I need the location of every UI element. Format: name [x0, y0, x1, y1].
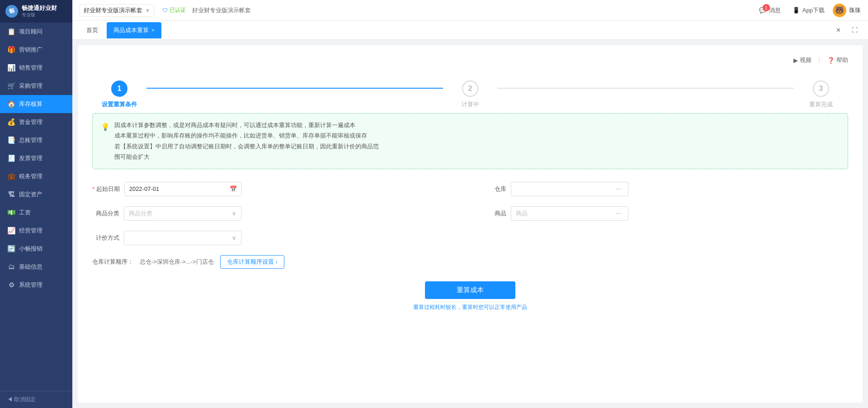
sidebar-item-tax[interactable]: 💼 税务管理: [0, 167, 72, 185]
sidebar-item-label: 采购管理: [19, 82, 42, 90]
step-2-circle: 2: [462, 81, 478, 97]
sidebar-item-label: 小畅报销: [19, 245, 42, 253]
app-download-btn[interactable]: 📱 App下载: [789, 5, 828, 16]
sidebar-item-invoice[interactable]: 🧾 发票管理: [0, 149, 72, 167]
sidebar-unpin-btn[interactable]: ◀ 取消固定: [0, 391, 72, 408]
notice-content: 因成本计算参数调整，或是对商品成本有疑问时，可以通过成本重算功能，重新计算一遍成…: [114, 120, 379, 162]
sidebar-item-assets[interactable]: 🏗 固定资产: [0, 185, 72, 204]
content-area: ▶ 视频 | ❓ 帮助 1 设置重算条件 2 计算中: [78, 45, 863, 403]
user-name: 珠珠: [849, 6, 861, 14]
steps-wrapper: 1 设置重算条件 2 计算中 3 重算完成: [92, 71, 848, 113]
pricing-select[interactable]: ∨: [124, 231, 241, 245]
start-date-field: 起始日期 2022-07-01 📅: [92, 182, 461, 196]
warehouse-order-value: 总仓->深圳仓库->...->门店仓: [140, 258, 214, 266]
start-date-input[interactable]: 2022-07-01 📅: [124, 182, 242, 196]
sidebar-item-label: 经营管理: [19, 227, 42, 235]
verified-text: 已认证: [170, 6, 186, 14]
message-label: 消息: [769, 6, 781, 14]
expand-btn[interactable]: ⛶: [848, 24, 861, 37]
sidebar: 畅 畅捷通好业财 专业版 📋 项目顾问 🎁 营销推广 📊 销售管理 🛒 采购管理…: [0, 0, 72, 408]
goods-dots-icon[interactable]: ···: [614, 209, 623, 218]
sidebar-item-label: 基础信息: [19, 263, 42, 271]
sidebar-item-label: 税务管理: [19, 172, 42, 180]
tab-close-icon[interactable]: ×: [151, 27, 155, 33]
topbar: 好业财专业版演示帐套 ▼ 🛡 已认证 好业财专业版演示帐套 💬 1 消息 📱 A…: [72, 0, 868, 21]
step-1-label: 设置重算条件: [102, 100, 137, 109]
form-row-2: 商品分类 商品分类 ∨ 商品 商品 ···: [92, 206, 848, 221]
step-bar-1: [146, 88, 443, 89]
sidebar-item-marketing[interactable]: 🎁 营销推广: [0, 41, 72, 59]
tax-icon: 💼: [7, 172, 15, 180]
lightbulb-icon: 💡: [101, 121, 110, 162]
sidebar-item-label: 销售管理: [19, 64, 42, 72]
sidebar-item-operation[interactable]: 📈 经营管理: [0, 222, 72, 240]
sidebar-item-accounting[interactable]: 📑 总账管理: [0, 131, 72, 149]
warehouse-input[interactable]: ···: [511, 182, 628, 196]
warehouse-dots-icon[interactable]: ···: [614, 185, 623, 193]
warehouse-order-btn-label: 仓库计算顺序设置 ›: [227, 258, 278, 266]
close-icon: ✕: [836, 27, 841, 33]
logo-icon: 畅: [5, 5, 18, 18]
tab-home[interactable]: 首页: [80, 22, 105, 38]
basic-icon: 🗂: [7, 263, 15, 270]
warehouse-field: 仓库 ···: [479, 182, 848, 196]
step-1-circle: 1: [111, 81, 127, 97]
video-link[interactable]: ▶ 视频: [793, 56, 811, 64]
recalculate-btn[interactable]: 重算成本: [425, 281, 515, 299]
category-placeholder: 商品分类: [129, 209, 152, 218]
step-2-label: 计算中: [462, 100, 479, 109]
pricing-chevron-icon: ∨: [232, 234, 236, 241]
category-chevron-icon: ∨: [232, 210, 236, 217]
step-bar-2: [497, 88, 794, 89]
close-panel-btn[interactable]: ✕: [832, 24, 844, 37]
sidebar-item-project[interactable]: 📋 项目顾问: [0, 23, 72, 41]
help-link[interactable]: ❓ 帮助: [827, 56, 848, 64]
sales-icon: 📊: [7, 64, 15, 72]
step-3-circle: 3: [813, 81, 829, 97]
warehouse-order-row: 仓库计算顺序： 总仓->深圳仓库->...->门店仓 仓库计算顺序设置 ›: [92, 255, 848, 269]
sidebar-item-inventory[interactable]: 🏠 库存核算: [0, 95, 72, 113]
message-btn[interactable]: 💬 1 消息: [755, 5, 784, 16]
category-label: 商品分类: [92, 209, 119, 218]
warehouse-order-settings-btn[interactable]: 仓库计算顺序设置 ›: [220, 255, 284, 269]
sidebar-item-sales[interactable]: 📊 销售管理: [0, 59, 72, 77]
sidebar-item-label: 营销推广: [19, 46, 42, 54]
category-select[interactable]: 商品分类 ∨: [124, 206, 241, 221]
sidebar-nav: 📋 项目顾问 🎁 营销推广 📊 销售管理 🛒 采购管理 🏠 库存核算 💰 资金管…: [0, 23, 72, 391]
sidebar-item-label: 系统管理: [19, 281, 42, 289]
tab-cost-recalc[interactable]: 商品成本重算 ×: [107, 22, 161, 38]
sidebar-item-basic[interactable]: 🗂 基础信息: [0, 258, 72, 276]
notice-box: 💡 因成本计算参数调整，或是对商品成本有疑问时，可以通过成本重算功能，重新计算一…: [92, 113, 848, 169]
step-2: 2 计算中: [443, 81, 497, 109]
sidebar-item-payroll[interactable]: 💵 工资: [0, 204, 72, 222]
goods-label: 商品: [479, 209, 506, 218]
step-1: 1 设置重算条件: [92, 81, 146, 109]
avatar: 🐻: [833, 4, 846, 17]
sidebar-item-finance[interactable]: 💰 资金管理: [0, 113, 72, 131]
account-selector[interactable]: 好业财专业版演示帐套 ▼: [80, 4, 154, 17]
notice-line-2: 成本重算过程中，影响库存账的操作均不能操作，比如进货单、销货单、库存单据不能审核…: [114, 130, 379, 141]
accounting-icon: 📑: [7, 136, 15, 144]
payroll-icon: 💵: [7, 209, 15, 217]
purchase-icon: 🛒: [7, 82, 15, 90]
sidebar-item-label: 工资: [19, 209, 31, 217]
logo-subtitle: 专业版: [22, 12, 57, 18]
unpin-label: ◀ 取消固定: [7, 396, 36, 403]
step-3-label: 重算完成: [809, 100, 833, 109]
sidebar-item-purchase[interactable]: 🛒 采购管理: [0, 77, 72, 95]
inventory-icon: 🏠: [7, 100, 15, 108]
form-row-3: 计价方式 ∨: [92, 231, 848, 245]
goods-input[interactable]: 商品 ···: [511, 206, 628, 221]
calendar-icon[interactable]: 📅: [230, 185, 237, 192]
help-icon: ❓: [827, 57, 835, 64]
sidebar-item-expense[interactable]: 🔄 小畅报销: [0, 240, 72, 258]
warehouse-order-label: 仓库计算顺序：: [92, 258, 133, 266]
user-profile[interactable]: 🐻 珠珠: [833, 4, 861, 17]
assets-icon: 🏗: [7, 190, 15, 198]
message-badge: 💬 1: [759, 7, 766, 14]
help-label: 帮助: [836, 56, 848, 64]
system-icon: ⚙: [7, 281, 15, 289]
sidebar-item-label: 发票管理: [19, 154, 42, 162]
content-top-actions: ▶ 视频 | ❓ 帮助: [92, 56, 848, 64]
sidebar-item-system[interactable]: ⚙ 系统管理: [0, 276, 72, 294]
